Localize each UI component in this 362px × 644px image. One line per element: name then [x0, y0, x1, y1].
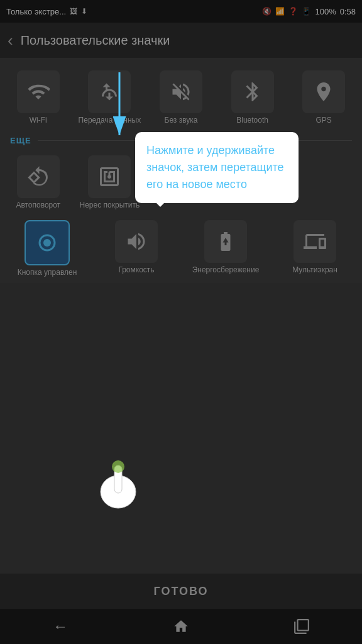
- icon-box-wifi: [17, 70, 60, 113]
- nav-back-button[interactable]: ←: [41, 614, 79, 639]
- section-label: ЕЩЕ: [10, 136, 31, 145]
- icon-box-battery-saver: [204, 220, 247, 263]
- icon-label-bluetooth: Bluetooth: [236, 116, 268, 126]
- svg-point-6: [112, 460, 124, 473]
- back-button[interactable]: ‹: [8, 32, 13, 48]
- tooltip-container: Нажмите и удерживайте значок, затем пере…: [135, 132, 299, 203]
- home-icon: [173, 618, 189, 635]
- image-icon: 🖼: [70, 7, 77, 16]
- signal-icon: 📱: [302, 7, 311, 16]
- icon-box-bluetooth: [231, 70, 274, 113]
- wifi-icon: 📶: [275, 7, 285, 16]
- icon-label-battery-saver: Энергосбережение: [192, 265, 260, 275]
- gps-icon: [312, 80, 335, 103]
- status-left: Только экстре... 🖼 ⬇: [6, 7, 87, 16]
- icon-label-silent: Без звука: [165, 116, 198, 126]
- multiscreen-icon: [304, 230, 326, 253]
- svg-point-4: [101, 475, 136, 508]
- icon-silent[interactable]: Без звука: [150, 70, 212, 126]
- done-bar[interactable]: ГОТОВО: [0, 574, 362, 609]
- icon-label-wifi: Wi-Fi: [30, 116, 47, 126]
- icon-volume[interactable]: Громкость: [105, 220, 168, 275]
- data-transfer-icon: [98, 80, 121, 103]
- rotate-icon: [27, 165, 50, 188]
- nav-home-button[interactable]: [162, 614, 200, 639]
- control-icon: [36, 231, 58, 254]
- icon-label-volume: Громкость: [118, 265, 154, 275]
- mute-icon: 🔇: [262, 7, 272, 16]
- header: ‹ Пользовательские значки: [0, 23, 362, 58]
- battery-saver-icon: [214, 230, 237, 253]
- wifi-icon: [27, 80, 50, 103]
- app-name: Только экстре...: [6, 7, 66, 16]
- icon-box-rotate: [17, 155, 60, 198]
- icon-label-data: Передача данных: [79, 116, 141, 126]
- icon-data[interactable]: Передача данных: [78, 70, 141, 126]
- bluetooth-icon: [241, 80, 264, 103]
- icon-box-multiscreen: [293, 220, 336, 263]
- svg-point-1: [43, 239, 51, 247]
- battery-status: 100%: [315, 7, 336, 16]
- icon-label-nfc: Нeрес покрытить: [80, 201, 140, 211]
- volume-icon: [125, 230, 148, 253]
- hand-cursor-icon: [93, 447, 143, 518]
- nav-recent-button[interactable]: [283, 614, 321, 639]
- icon-label-control: Кнопка управлен: [18, 268, 77, 278]
- icon-nfc[interactable]: Нeрес покрытить: [78, 155, 141, 211]
- icons-row-3: Кнопка управлен Громкость Энергосбережен…: [0, 215, 362, 283]
- icons-row-1: Wi-Fi Передача данных Без звука: [0, 65, 362, 131]
- nfc-icon: [98, 165, 121, 188]
- icon-control-button[interactable]: Кнопка управлен: [16, 220, 79, 278]
- silent-icon: [170, 80, 192, 103]
- icon-label-multiscreen: Мультиэкран: [292, 265, 337, 275]
- status-right: 🔇 📶 ❓ 📱 100% 0:58: [262, 7, 356, 16]
- mobile-data-icon: ❓: [288, 7, 298, 16]
- icon-rotate[interactable]: Автоповорот: [7, 155, 70, 211]
- status-bar: Только экстре... 🖼 ⬇ 🔇 📶 ❓ 📱 100% 0:58: [0, 0, 362, 23]
- icon-label-gps: GPS: [316, 116, 332, 126]
- recent-apps-icon: [293, 618, 310, 635]
- icon-box-silent: [160, 70, 202, 113]
- icon-bluetooth[interactable]: Bluetooth: [221, 70, 284, 126]
- icon-battery-saver[interactable]: Энергосбережение: [194, 220, 257, 275]
- icon-box-nfc: [88, 155, 131, 198]
- done-button-label: ГОТОВО: [153, 585, 208, 598]
- download-icon: ⬇: [81, 7, 87, 16]
- icon-box-volume: [115, 220, 158, 263]
- svg-rect-5: [114, 465, 122, 493]
- time-display: 0:58: [340, 7, 356, 16]
- nav-bar: ←: [0, 609, 362, 644]
- icon-label-rotate: Автоповорот: [16, 201, 60, 211]
- icon-box-gps: [302, 70, 345, 113]
- icon-box-data: [88, 70, 131, 113]
- icon-wifi[interactable]: Wi-Fi: [7, 70, 70, 126]
- icon-multiscreen[interactable]: Мультиэкран: [283, 220, 346, 275]
- icon-box-control: [25, 220, 70, 265]
- page-title: Пользовательские значки: [21, 33, 170, 48]
- tooltip-text: Нажмите и удерживайте значок, затем пере…: [146, 144, 284, 191]
- icon-gps[interactable]: GPS: [292, 70, 355, 126]
